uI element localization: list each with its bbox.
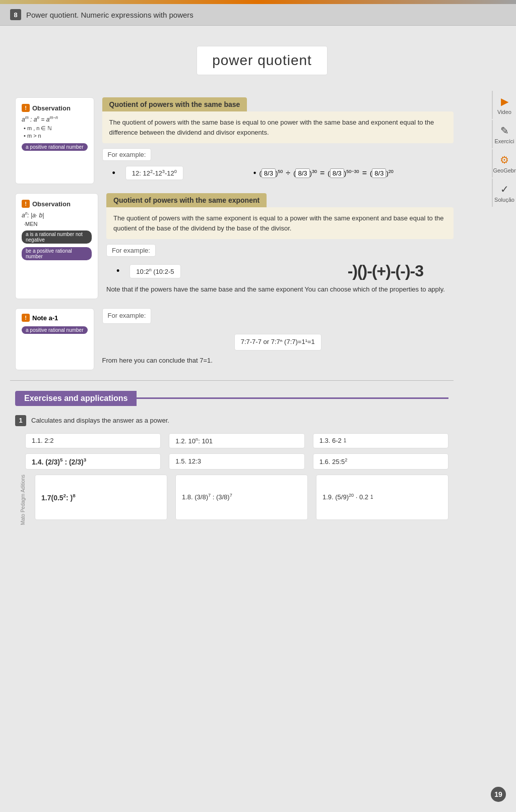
check-icon: ✓ [500, 183, 509, 195]
exercises-line [137, 397, 448, 399]
ex-1-9-sup: 1 [370, 494, 373, 500]
exercise-1-8: 1.8. (3/8)7 : (3/8)7 [175, 475, 308, 520]
fraction-example: • (8/3)50 ÷ (8/3)30 = (8/3)50−30 = (8/3)… [194, 168, 454, 178]
note-icon: ! [22, 314, 30, 322]
ex-1-6-text: 1.6. 25:52 [319, 457, 348, 466]
exercise-1-5: 1.5. 12:3 [169, 453, 304, 470]
ex-1-4-text: 1.4. (2/3)5 : (2/3)3 [32, 457, 86, 466]
header-bar: 8 Power quotient. Numeric expressions wi… [0, 4, 516, 26]
example-row-3: 7:7-7-7 or 7:7ⁿ (7:7)=1¹=1 [102, 329, 454, 356]
example-row-2: • 10:2n (10:2-5 -)()-(+)-(-)-3 [106, 262, 454, 280]
section2: ! Observation an: |a· b| ·MEN a is a rat… [10, 193, 454, 299]
obs-formula-1: am : an = am−n [22, 115, 88, 123]
frac3: (8/3)50−30 [328, 169, 359, 177]
section1: ! Observation am : an = am−n • m , n ∈ ℕ… [10, 97, 454, 184]
theorem-header-1: Quotient of powers with the same base [102, 97, 247, 111]
obs-bullet-m: • m , n ∈ ℕ [24, 125, 88, 132]
for-example-3: For example: [102, 308, 152, 324]
conclusion-text: From here you can conclude that 7=1. [102, 356, 454, 366]
obs-icon-2: ! [22, 200, 30, 208]
header-title: Power quotient. Numeric expressions with… [26, 11, 194, 19]
exercises-grid-container: 1.1. 2:2 1.2. 10n: 101 1.3. 6-2 1 1.4. (… [15, 433, 448, 525]
note-box: ! Note a-1 a positive rational number [15, 308, 94, 370]
example-row-1: • 12: 122-123-120 • (8/3)50 ÷ (8/3)30 = … [102, 166, 454, 180]
exercise-row-1: 1.1. 2:2 1.2. 10n: 101 1.3. 6-2 1 [20, 433, 448, 448]
exercise-button[interactable]: ✎ Exercíci [492, 120, 516, 148]
geogebra-button[interactable]: ⚙ GeoGebr [492, 149, 516, 178]
obs-title-1: Observation [32, 104, 71, 112]
example-item-2: 10:2n (10:2-5 [130, 264, 180, 278]
note-content: For example: 7:7-7-7 or 7:7ⁿ (7:7)=1¹=1 … [102, 308, 454, 370]
section-divider [10, 380, 454, 381]
ex-1-5-text: 1.5. 12:3 [175, 457, 201, 465]
note-pill: a positive rational number [22, 326, 88, 334]
page-title: power quotient [197, 46, 328, 75]
exercises-header: Exercises and applications [15, 391, 448, 406]
edit-icon: ✎ [500, 125, 509, 137]
problem-header: 1 Calculates and displays the answer as … [15, 415, 448, 426]
exercise-1-7: 1.7(0.52: )8 [35, 475, 167, 520]
observation-box-2: ! Observation an: |a· b| ·MEN a is a rat… [15, 193, 98, 299]
divide-sym-1: ÷ [286, 168, 290, 178]
exercises-section: Exercises and applications 1 Calculates … [10, 391, 454, 525]
exercise-1-2: 1.2. 10n: 101 [169, 433, 304, 448]
right-icons-panel: ▶ Video ✎ Exercíci ⚙ GeoGebr ✓ Solução [492, 91, 516, 207]
frac1: (8/3)50 [259, 169, 283, 177]
large-math-display: -)()-(+)-(-)-3 [348, 262, 423, 280]
exercise-1-9: 1.9. (5/9)20 · 0.2 1 [316, 475, 448, 520]
bullet-dot-2: • [116, 266, 119, 276]
exercise-1-4: 1.4. (2/3)5 : (2/3)3 [25, 453, 161, 470]
exercise-1-3: 1.3. 6-2 1 [313, 433, 448, 448]
main-content: power quotient ! Observation am : an = a… [0, 26, 494, 535]
example-item-3: 7:7-7-7 or 7:7ⁿ (7:7)=1¹=1 [234, 334, 321, 351]
exercise-row-3: 1.7(0.52: )8 1.8. (3/8)7 : (3/8)7 1.9. (… [30, 475, 448, 520]
frac2: (8/3)30 [293, 169, 317, 177]
content-box-1: Quotient of powers with the same base Th… [102, 97, 454, 184]
vertical-publisher-label: Mato Pedagm Aditions [20, 475, 26, 525]
obs-bullet-m2: • m > n [24, 133, 88, 139]
video-label: Video [497, 109, 511, 115]
obs-header-1: ! Observation [22, 104, 88, 112]
obs-icon-1: ! [22, 104, 30, 112]
ex-1-7-text: 1.7(0.52: )8 [41, 493, 76, 502]
video-button[interactable]: ▶ Video [492, 91, 516, 119]
theorem-body-2: The quotient of powers with the same exp… [106, 207, 454, 239]
page-title-container: power quotient [10, 36, 454, 85]
exercise-row-2: 1.4. (2/3)5 : (2/3)3 1.5. 12:3 1.6. 25:5… [20, 453, 448, 470]
problem-text: Calculates and displays the answer as a … [31, 417, 169, 424]
example-item-1: 12: 122-123-120 [125, 166, 183, 180]
bullet-dot-1: • [112, 168, 115, 179]
solution-button[interactable]: ✓ Solução [492, 179, 516, 207]
header-badge: 8 [10, 9, 21, 20]
ex-1-8-text: 1.8. (3/8)7 : (3/8)7 [182, 493, 232, 501]
ex-1-1-text: 1.1. 2:2 [32, 437, 53, 444]
top-decorative-strip [0, 0, 516, 4]
ex-1-3-text: 1.3. 6-2 [319, 437, 342, 444]
page-number: 19 [491, 787, 506, 802]
ex-1-3-sup: 1 [344, 438, 347, 443]
solution-label: Solução [494, 197, 514, 203]
geogebra-label: GeoGebr [493, 167, 515, 173]
fraction-dot: • [253, 168, 256, 178]
exercise-1-1: 1.1. 2:2 [25, 433, 161, 448]
gear-icon: ⚙ [500, 154, 509, 166]
theorem-header-2: Quotient of powers with the same exponen… [106, 193, 267, 207]
obs-pill-2b: be a positive rational number [22, 247, 92, 260]
ex-1-2-text: 1.2. 10n: 101 [175, 437, 213, 445]
frac4: (8/3)20 [370, 169, 394, 177]
note-title: Note a-1 [32, 314, 58, 322]
large-math-container: -)()-(+)-(-)-3 [191, 262, 454, 280]
obs-header-2: ! Observation [22, 200, 92, 208]
play-icon: ▶ [501, 95, 508, 107]
obs-pill-2a: a is a rational number not negative [22, 230, 92, 244]
note-same-base: Note that if the powers have the same ba… [106, 284, 454, 295]
content-box-2: Quotient of powers with the same exponen… [106, 193, 454, 299]
obs-title-2: Observation [32, 200, 71, 208]
theorem-body-1: The quotient of powers with the same bas… [102, 111, 454, 143]
theorem-text-1: The quotient of powers with the same bas… [109, 119, 434, 136]
observation-box-1: ! Observation am : an = am−n • m , n ∈ ℕ… [15, 97, 94, 184]
problem-number: 1 [15, 415, 26, 426]
exercises-badge: Exercises and applications [15, 391, 137, 406]
obs-pill-1: a positive rational number [22, 143, 88, 151]
eq1: = [320, 168, 325, 178]
